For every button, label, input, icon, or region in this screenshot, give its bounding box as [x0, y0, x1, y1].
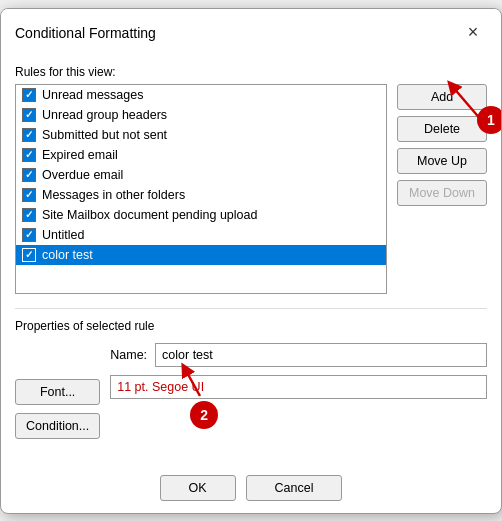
- checkbox-color-test[interactable]: [22, 248, 36, 262]
- list-item[interactable]: Overdue email: [16, 165, 386, 185]
- conditional-formatting-dialog: Conditional Formatting × Rules for this …: [0, 8, 502, 514]
- annotation-2-container: 2: [190, 401, 218, 429]
- rule-label: Unread group headers: [42, 108, 167, 122]
- cancel-button[interactable]: Cancel: [246, 475, 343, 501]
- checkbox-unread-group-headers[interactable]: [22, 108, 36, 122]
- list-item[interactable]: Site Mailbox document pending upload: [16, 205, 386, 225]
- rule-label: Site Mailbox document pending upload: [42, 208, 257, 222]
- list-item[interactable]: Messages in other folders: [16, 185, 386, 205]
- font-display: 11 pt. Segoe UI: [110, 375, 487, 399]
- move-down-button[interactable]: Move Down: [397, 180, 487, 206]
- rule-label: Unread messages: [42, 88, 143, 102]
- dialog-footer: OK Cancel: [1, 467, 501, 513]
- rules-section-label: Rules for this view:: [15, 65, 487, 79]
- list-item[interactable]: Unread group headers: [16, 105, 386, 125]
- dialog-title: Conditional Formatting: [15, 25, 156, 41]
- circle-label-2: 2: [190, 401, 218, 429]
- properties-section-label: Properties of selected rule: [15, 319, 487, 333]
- rule-label: Untitled: [42, 228, 84, 242]
- name-input[interactable]: [155, 343, 487, 367]
- name-row: Name:: [110, 343, 487, 367]
- checkbox-untitled[interactable]: [22, 228, 36, 242]
- checkbox-expired-email[interactable]: [22, 148, 36, 162]
- rules-list: Unread messages Unread group headers Sub…: [16, 85, 386, 265]
- list-item[interactable]: Untitled: [16, 225, 386, 245]
- checkbox-site-mailbox[interactable]: [22, 208, 36, 222]
- delete-button[interactable]: Delete: [397, 116, 487, 142]
- add-button[interactable]: Add: [397, 84, 487, 110]
- list-item[interactable]: Expired email: [16, 145, 386, 165]
- properties-row: Font... Condition... Name: 11 pt. Segoe …: [15, 343, 487, 439]
- rule-label: Messages in other folders: [42, 188, 185, 202]
- list-item-selected[interactable]: color test: [16, 245, 386, 265]
- props-right: Name: 11 pt. Segoe UI: [110, 343, 487, 399]
- rule-label: Submitted but not sent: [42, 128, 167, 142]
- side-buttons: Add Delete Move Up Move Down: [397, 84, 487, 294]
- checkbox-unread-messages[interactable]: [22, 88, 36, 102]
- list-item[interactable]: Submitted but not sent: [16, 125, 386, 145]
- rule-label: Expired email: [42, 148, 118, 162]
- dialog-body: Rules for this view: Unread messages Unr…: [1, 55, 501, 467]
- move-up-button[interactable]: Move Up: [397, 148, 487, 174]
- rules-list-container[interactable]: Unread messages Unread group headers Sub…: [15, 84, 387, 294]
- font-display-container: 11 pt. Segoe UI 2: [110, 375, 487, 399]
- title-bar: Conditional Formatting ×: [1, 9, 501, 55]
- close-button[interactable]: ×: [459, 19, 487, 47]
- rules-area: Unread messages Unread group headers Sub…: [15, 84, 487, 294]
- props-left: Font... Condition...: [15, 343, 100, 439]
- checkbox-overdue-email[interactable]: [22, 168, 36, 182]
- list-item[interactable]: Unread messages: [16, 85, 386, 105]
- checkbox-submitted-not-sent[interactable]: [22, 128, 36, 142]
- name-label: Name:: [110, 348, 147, 362]
- checkbox-messages-other-folders[interactable]: [22, 188, 36, 202]
- ok-button[interactable]: OK: [160, 475, 236, 501]
- rule-label: color test: [42, 248, 93, 262]
- rule-label: Overdue email: [42, 168, 123, 182]
- separator-1: [15, 308, 487, 309]
- font-button[interactable]: Font...: [15, 379, 100, 405]
- condition-button[interactable]: Condition...: [15, 413, 100, 439]
